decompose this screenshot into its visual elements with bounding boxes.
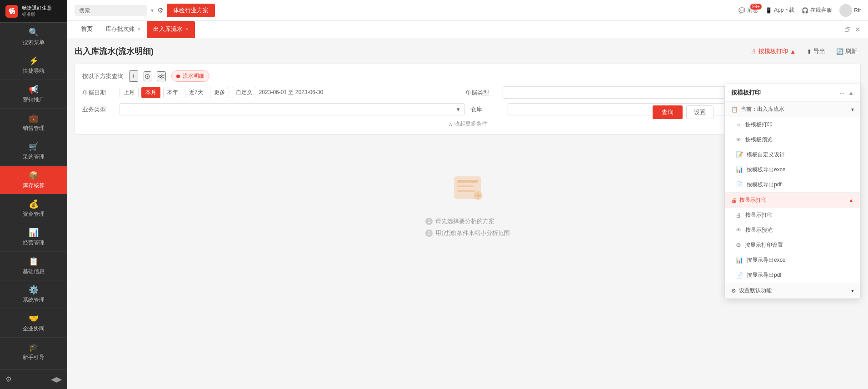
item-label: 按显示打印 [745,211,773,219]
tab-batch-account[interactable]: 库存批次账 × [99,21,147,38]
tab-inout-close-icon[interactable]: × [185,26,188,32]
export-button[interactable]: ⬆ 导出 [803,45,829,57]
sidebar-item-label: 新手引导 [23,354,45,361]
svg-rect-3 [457,190,475,192]
page-header: 出入库流水(流水明细) 🖨 按模板打印 ▲ ⬆ 导出 🔄 刷新 [75,45,861,57]
warehouse-label: 仓库 [470,105,502,114]
dropdown-item-template-design[interactable]: 📝 模板自定义设计 [725,147,860,162]
dropdown-item-display-print[interactable]: 🖨 按显示打印 [725,208,860,223]
dropdown-item-display-preview[interactable]: 👁 按显示预览 [725,223,860,238]
topbar-gear-icon[interactable]: ⚙ [157,6,163,15]
window-close-button[interactable]: ✕ [855,25,861,34]
tab-batch-close-icon[interactable]: × [138,26,140,32]
tag-label: 流水明细 [183,72,205,80]
sidebar-item-label: 系统管理 [23,296,45,304]
user-profile[interactable]: Rit [839,4,861,17]
sidebar-item-label: 采购管理 [23,153,45,161]
filter-collapse-button[interactable]: ≪ [157,71,166,81]
search-icon: 🔍 [29,27,39,37]
print-dropdown-panel: 按模板打印 ··· ▲ 📋 当前：出入库流水 ▾ [724,84,861,299]
item-label: 按显示预览 [745,226,773,234]
collapse-label: 收起更多条件 [454,120,487,128]
tab-inout-flow[interactable]: 出入库流水 × [147,21,195,38]
dropdown-set-default-section: ⚙ 设置默认功能 ▾ [725,283,860,299]
sidebar-item-label: 企业协同 [23,325,45,333]
sidebar-bottom: ⚙ ◀▶ [0,369,67,389]
item-label: 按模板预览 [745,136,773,144]
preview-icon: 👁 [736,136,742,143]
dropdown-item-template-excel[interactable]: 📊 按模板导出excel [725,162,860,177]
dropdown-display-header[interactable]: 🖨 按显示打印 ▲ [725,193,860,208]
date-btn-this-month[interactable]: 本月 [141,87,160,98]
svg-rect-2 [457,185,474,187]
app-download-label: App下载 [774,6,794,14]
megaphone-icon: 📢 [29,85,39,95]
collapse-sidebar-icon[interactable]: ◀▶ [51,375,62,384]
sidebar-item-collab[interactable]: 🤝 企业协同 [0,309,67,338]
filter-settings-button[interactable]: ⊙ [144,71,151,81]
print-template-button[interactable]: 🖨 按模板打印 ▲ [747,45,799,57]
date-btn-7days[interactable]: 近7天 [185,87,207,98]
sidebar-item-marketing[interactable]: 📢 营销推广 [0,80,67,109]
refresh-button[interactable]: 🔄 刷新 [833,45,861,57]
chart-icon: 📊 [29,228,39,238]
dropdown-item-template-print[interactable]: 🖨 按模板打印 [725,117,860,132]
sidebar-item-purchase[interactable]: 🛒 采购管理 [0,137,67,166]
refresh-label: 刷新 [845,47,857,55]
dropdown-chevron-icon[interactable]: ▲ [848,90,854,96]
collapse-more-button[interactable]: ∧ 收起更多条件 [449,120,487,128]
dropdown-item-display-pdf[interactable]: 📄 按显示导出pdf [725,268,860,283]
briefcase-icon: 💼 [29,113,39,123]
sidebar-item-inventory[interactable]: 📦 库存核算 [0,166,67,194]
query-button[interactable]: 查询 [653,105,683,119]
settings-bottom-icon[interactable]: ⚙ [5,375,12,384]
headset-icon: 🎧 [802,7,808,14]
sidebar-item-finance[interactable]: 💰 资金管理 [0,194,67,223]
step1-number: 1 [425,218,433,225]
dropdown-set-default-header[interactable]: ⚙ 设置默认功能 ▾ [725,283,860,298]
export-label: 导出 [813,47,825,55]
empty-illustration [447,167,488,208]
trial-button[interactable]: 体验行业方案 [167,4,215,17]
dropdown-item-template-preview[interactable]: 👁 按模板预览 [725,132,860,147]
dropdown-item-display-excel[interactable]: 📊 按显示导出excel [725,253,860,268]
search-input[interactable] [75,5,147,16]
sidebar-item-quick-nav[interactable]: ⚡ 快捷导航 [0,51,67,80]
app-download-button[interactable]: 📱 App下载 [765,6,794,14]
dropdown-more-icon[interactable]: ··· [839,90,844,96]
settings-button[interactable]: 设置 [686,105,713,119]
search-chevron-icon[interactable]: ▾ [151,7,154,14]
sidebar-item-system[interactable]: ⚙️ 系统管理 [0,280,67,309]
date-btn-more[interactable]: 更多 [210,87,229,98]
page-content: 出入库流水(流水明细) 🖨 按模板打印 ▲ ⬆ 导出 🔄 刷新 [67,38,868,389]
message-button[interactable]: 💬 消息 99+ [738,6,758,14]
tab-home[interactable]: 首页 [75,21,99,38]
message-icon: 💬 [738,7,745,14]
biz-type-select[interactable]: ▾ [120,103,465,115]
customer-service-button[interactable]: 🎧 在线客服 [802,6,832,14]
sidebar-item-search[interactable]: 🔍 搜索菜单 [0,23,67,51]
tabs-right: 🗗 ✕ [844,25,861,34]
date-btn-this-year[interactable]: 本年 [163,87,182,98]
sidebar-item-basic[interactable]: 📋 基础信息 [0,252,67,280]
date-btn-last-month[interactable]: 上月 [120,87,139,98]
date-range-display: 2023-06-01 至 2023-06-30 [259,89,323,96]
sidebar-item-guide[interactable]: 🎓 新手引导 [0,338,67,366]
dropdown-item-template-pdf[interactable]: 📄 按模板导出pdf [725,177,860,192]
date-btn-custom[interactable]: 自定义 [232,87,256,98]
current-chevron-icon: ▾ [851,106,854,113]
message-badge: 99+ [750,4,762,10]
dropdown-current-header[interactable]: 📋 当前：出入库流水 ▾ [725,102,860,117]
dropdown-template-print-section: 🖨 按模板打印 👁 按模板预览 📝 模板自定义设计 📊 按模板导出excel 📄 [725,117,860,193]
display-header-label: 按显示打印 [739,196,767,204]
page-title: 出入库流水(流水明细) [75,46,154,57]
tag-dot [176,75,180,78]
filter-tag[interactable]: 流水明细 [171,70,210,82]
add-filter-button[interactable]: ＋ [129,70,138,82]
window-restore-button[interactable]: 🗗 [844,25,851,33]
dropdown-item-display-settings[interactable]: ⚙ 按显示打印设置 [725,238,860,253]
item-label: 按模板打印 [745,121,773,129]
display-chevron-icon: ▲ [848,197,854,204]
sidebar-item-sales[interactable]: 💼 销售管理 [0,109,67,137]
sidebar-item-operations[interactable]: 📊 经营管理 [0,223,67,252]
